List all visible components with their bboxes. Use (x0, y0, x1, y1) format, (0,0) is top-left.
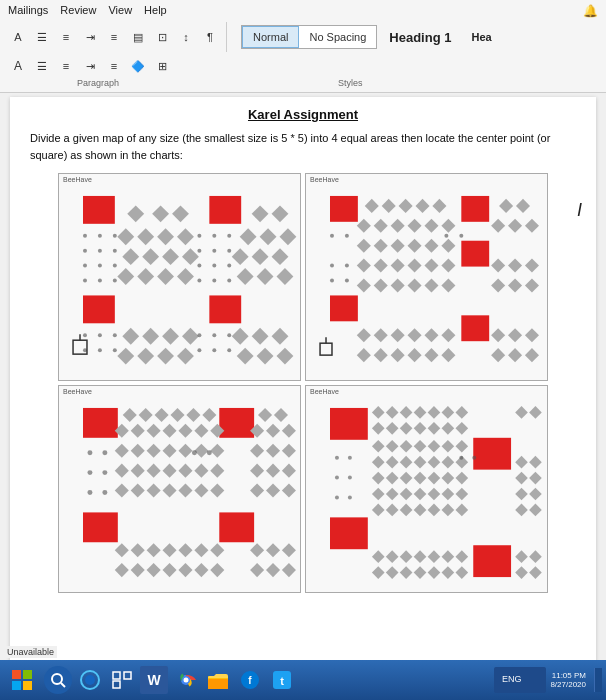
svg-rect-28 (257, 268, 274, 285)
font-a2-icon[interactable]: A (8, 56, 28, 76)
svg-point-152 (345, 279, 349, 283)
svg-point-322 (335, 495, 339, 499)
svg-rect-168 (131, 424, 145, 438)
svg-rect-122 (424, 278, 438, 292)
svg-point-59 (197, 264, 201, 268)
svg-point-48 (212, 234, 216, 238)
svg-rect-196 (282, 464, 296, 478)
svg-rect-279 (529, 472, 542, 485)
svg-rect-206 (282, 483, 296, 497)
svg-rect-162 (170, 408, 184, 422)
indent2-icon[interactable]: ⇥ (80, 56, 100, 76)
svg-rect-301 (414, 550, 427, 563)
align2-icon[interactable]: ≡ (104, 56, 124, 76)
svg-rect-166 (274, 408, 288, 422)
svg-rect-189 (147, 464, 161, 478)
align-right-icon[interactable]: ▤ (128, 27, 148, 47)
taskbar-tray[interactable]: ENG (494, 667, 546, 693)
svg-rect-153 (320, 343, 332, 355)
svg-point-49 (227, 234, 231, 238)
svg-rect-310 (414, 566, 427, 579)
styles-group: Normal No Spacing (241, 25, 377, 49)
svg-rect-273 (400, 472, 413, 485)
svg-rect-269 (515, 456, 528, 469)
indent-icon[interactable]: ⇥ (80, 27, 100, 47)
taskbar-start-area[interactable] (4, 664, 40, 696)
notification-area: ENG 11:05 PM 8/27/2020 (494, 667, 602, 693)
svg-rect-133 (491, 328, 505, 342)
taskbar: W f t (0, 660, 606, 700)
svg-rect-22 (272, 248, 289, 265)
bullets-icon[interactable]: ☰ (32, 56, 52, 76)
svg-rect-185 (266, 444, 280, 458)
svg-rect-9 (117, 228, 134, 245)
style-normal-button[interactable]: Normal (242, 26, 299, 48)
menu-view[interactable]: View (108, 4, 132, 18)
paragraph-label: Paragraph (8, 78, 188, 88)
svg-rect-110 (374, 259, 388, 273)
svg-rect-7 (252, 205, 269, 222)
svg-rect-172 (194, 424, 208, 438)
svg-rect-309 (400, 566, 413, 579)
align-center-icon[interactable]: ≡ (104, 27, 124, 47)
svg-point-232 (102, 470, 107, 475)
svg-rect-24 (137, 268, 154, 285)
svg-rect-38 (137, 348, 154, 365)
svg-rect-11 (157, 228, 174, 245)
menu-mailings[interactable]: Mailings (8, 4, 48, 18)
border-icon[interactable]: ⊞ (152, 56, 172, 76)
heading1-label[interactable]: Heading 1 (381, 26, 459, 49)
svg-rect-83 (461, 196, 489, 222)
taskbar-app2-icon[interactable]: t (268, 666, 296, 694)
svg-rect-244 (442, 406, 455, 419)
pilcrow-icon[interactable]: ¶ (200, 27, 220, 47)
shading-icon[interactable]: 🔷 (128, 56, 148, 76)
numbering-icon[interactable]: ≡ (56, 56, 76, 76)
menu-help[interactable]: Help (144, 4, 167, 18)
svg-rect-192 (194, 464, 208, 478)
taskbar-search-icon[interactable] (44, 666, 72, 694)
svg-point-319 (472, 456, 476, 460)
sort-icon[interactable]: ↕ (176, 27, 196, 47)
taskbar-word-icon[interactable]: W (140, 666, 168, 694)
font-icon-a[interactable]: A (8, 27, 28, 47)
taskbar-taskview-icon[interactable] (108, 666, 136, 694)
svg-rect-219 (147, 563, 161, 577)
svg-point-46 (113, 234, 117, 238)
svg-point-320 (335, 476, 339, 480)
svg-rect-298 (372, 550, 385, 563)
svg-rect-199 (147, 483, 161, 497)
list2-icon[interactable]: ≡ (56, 27, 76, 47)
svg-rect-13 (240, 228, 257, 245)
svg-point-58 (113, 264, 117, 268)
chart-br-label: BeeHave (310, 388, 339, 395)
svg-rect-313 (455, 566, 468, 579)
taskbar-explorer-icon[interactable] (204, 666, 232, 694)
svg-rect-42 (257, 348, 274, 365)
list-icon[interactable]: ☰ (32, 27, 52, 47)
menu-review[interactable]: Review (60, 4, 96, 18)
style-nospacing-button[interactable]: No Spacing (299, 26, 376, 48)
taskbar-cortana-icon[interactable] (76, 666, 104, 694)
columns-icon[interactable]: ⊡ (152, 27, 172, 47)
svg-rect-108 (441, 239, 455, 253)
chart-top-left: BeeHave // dots drawn below (58, 173, 301, 381)
svg-rect-251 (442, 422, 455, 435)
clock-area[interactable]: 11:05 PM 8/27/2020 (550, 671, 586, 689)
svg-rect-242 (414, 406, 427, 419)
svg-text:t: t (280, 675, 284, 687)
svg-point-47 (197, 234, 201, 238)
svg-point-75 (98, 348, 102, 352)
svg-rect-254 (529, 406, 542, 419)
svg-rect-163 (186, 408, 200, 422)
show-desktop-btn[interactable] (594, 668, 602, 692)
svg-rect-129 (391, 328, 405, 342)
taskbar-chrome-icon[interactable] (172, 666, 200, 694)
svg-rect-144 (525, 348, 539, 362)
svg-rect-127 (357, 328, 371, 342)
svg-rect-264 (400, 456, 413, 469)
svg-point-149 (330, 264, 334, 268)
svg-rect-187 (115, 464, 129, 478)
svg-rect-116 (508, 259, 522, 273)
taskbar-app1-icon[interactable]: f (236, 666, 264, 694)
